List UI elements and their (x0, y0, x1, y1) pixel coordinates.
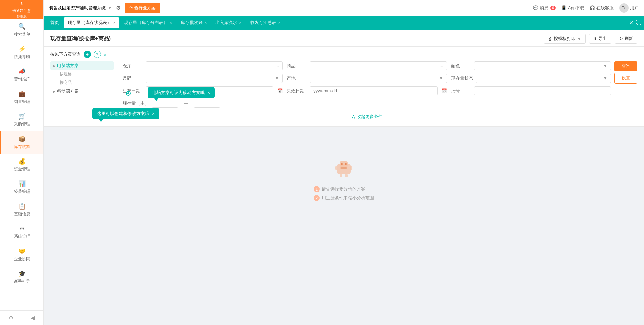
batch-input[interactable] (474, 86, 611, 95)
sidebar-item-purchase[interactable]: 🛒 采购管理 (0, 109, 43, 131)
purchase-icon: 🛒 (18, 113, 26, 120)
filter-row-2: 尺码 ▼ 产地 ▼ (123, 74, 611, 83)
refresh-btn[interactable]: ↻ 刷新 (615, 34, 637, 44)
system-title-text: 装备及固定资产辅助管理系统 (49, 5, 106, 11)
reset-btn[interactable]: 设置 (614, 73, 637, 84)
page-actions: 🖨 按模板打印 ▼ ⬆ 导出 ↻ 刷新 (544, 34, 637, 44)
edit-scheme-btn[interactable]: ✎ (94, 51, 101, 58)
stock-main-input-end[interactable] (194, 99, 220, 108)
sidebar-item-label: 资金管理 (14, 166, 30, 172)
warehouse-label: 仓库 (123, 63, 143, 69)
popover2-close[interactable]: × (152, 111, 155, 116)
tab-close-inout-flow[interactable]: × (239, 21, 241, 25)
calendar-icon-production[interactable]: 📅 (277, 88, 283, 93)
headset-icon: 🎧 (590, 5, 595, 10)
sidebar-item-system[interactable]: ⚙ 系统管理 (0, 221, 43, 243)
sidebar-item-quicknav[interactable]: ⚡ 快捷导航 (0, 41, 43, 64)
scheme-tree-item-pc[interactable]: ▶ 电脑端方案 (50, 61, 114, 70)
flash-icon: ⚡ (18, 45, 26, 53)
collapse-more-btn[interactable]: ⋀ 收起更多条件 (123, 111, 611, 122)
online-support-action[interactable]: 🎧 在线客服 (590, 5, 614, 11)
popover2-text: 这里可以创建和修改方案哦 (97, 111, 149, 117)
system-title-dropdown[interactable]: 装备及固定资产辅助管理系统 ▼ (49, 5, 112, 11)
color-select[interactable]: ▼ (474, 61, 611, 70)
experience-btn[interactable]: 体验行业方案 (125, 3, 160, 13)
sidebar-item-operations[interactable]: 📊 经营管理 (0, 176, 43, 199)
sidebar-item-guide[interactable]: 🎓 新手引导 (0, 266, 43, 288)
sidebar-item-finance[interactable]: 💰 资金管理 (0, 154, 43, 176)
fullscreen-icon[interactable]: ⛶ (636, 20, 641, 26)
svg-text:6: 6 (21, 2, 23, 6)
stock-status-label: 现存量状态 (451, 75, 473, 82)
settings-bottom-icon[interactable]: ⚙ (9, 315, 13, 321)
print-icon: 🖨 (548, 36, 552, 41)
tip-item-1: 1 请先选择要分析的方案 (314, 186, 374, 192)
sidebar-item-basic-info[interactable]: 📋 基础信息 (0, 199, 43, 221)
scheme-pc-label: 电脑端方案 (57, 63, 79, 69)
popover1-text: 电脑方案可设为移动方案哦 (152, 90, 205, 96)
scheme-tree-sub2[interactable]: 按商品 (57, 78, 114, 87)
enterprise-icon: 🤝 (18, 248, 26, 255)
filter-row-4: 现存量（主） — (123, 99, 367, 108)
filter-item-warehouse: 仓库 ... ··· (123, 61, 283, 70)
tab-close-stock-distribution[interactable]: × (170, 21, 172, 25)
scheme-tree-item-mobile[interactable]: ▶ 移动端方案 (50, 87, 114, 96)
sidebar-item-marketing[interactable]: 📣 营销推广 (0, 64, 43, 86)
stock-status-arrow: ▼ (603, 76, 607, 81)
warehouse-select[interactable]: ... ··· (146, 61, 283, 70)
warehouse-dots: ··· (275, 63, 279, 68)
filter-item-stock-main: 现存量（主） — (123, 99, 220, 108)
tab-stock-status[interactable]: 现存量（库存状况表） × (64, 17, 119, 28)
scheme-tree-sub1[interactable]: 按规格 (57, 70, 114, 78)
dropdown-arrow-icon: ▼ (108, 5, 112, 10)
stock-status-select[interactable]: ▼ (476, 74, 611, 83)
size-select[interactable]: ▼ (146, 74, 283, 83)
export-btn[interactable]: ⬆ 导出 (589, 34, 611, 44)
message-action[interactable]: 💬 消息 6 (533, 5, 556, 11)
sidebar-item-sales[interactable]: 💼 销售管理 (0, 86, 43, 109)
tab-inout-flow[interactable]: 出入库流水 × (211, 17, 245, 28)
phone-icon: 📱 (561, 5, 567, 10)
tip-num-1: 1 (314, 186, 320, 192)
user-action[interactable]: Ea 用户 (619, 3, 639, 13)
app-download-action[interactable]: 📱 App下载 (561, 5, 584, 11)
popover1-close[interactable]: × (207, 90, 210, 95)
tab-batch-account[interactable]: 库存批次账 × (177, 17, 211, 28)
empty-tips: 1 请先选择要分析的方案 2 用过滤条件来缩小分析范围 (314, 186, 374, 204)
tab-close-stock-status[interactable]: × (113, 21, 115, 25)
search-btn-group: 查询 设置 (614, 61, 637, 122)
origin-label: 产地 (287, 75, 307, 82)
popover-create-scheme: 这里可以创建和修改方案哦 × (92, 108, 159, 119)
message-icon: 💬 (533, 5, 538, 10)
tab-close-summary[interactable]: × (278, 21, 280, 25)
sidebar-item-search[interactable]: 🔍 搜索菜单 (0, 19, 43, 41)
prev-scheme-arrow[interactable]: « (104, 52, 106, 57)
search-btn[interactable]: 查询 (614, 61, 637, 71)
gear-settings-icon[interactable]: ⚙ (116, 5, 121, 11)
operations-icon: 📊 (18, 180, 26, 187)
sidebar-item-enterprise[interactable]: 🤝 企业协同 (0, 243, 43, 266)
collapse-sidebar-icon[interactable]: ◀ (31, 315, 35, 321)
template-print-btn[interactable]: 🖨 按模板打印 ▼ (544, 34, 586, 44)
sidebar-item-stock[interactable]: 📦 库存核算 (0, 131, 43, 154)
expiry-date-input[interactable] (310, 86, 437, 95)
filter-item-origin: 产地 ▼ (287, 74, 447, 83)
tab-summary[interactable]: 收发存汇总表 × (246, 17, 284, 28)
tab-stock-status-label: 现存量（库存状况表） (68, 20, 111, 26)
product-select[interactable]: ... ··· (310, 61, 447, 70)
tab-close-batch-account[interactable]: × (205, 21, 207, 25)
tabs-end-buttons: ✕ ⛶ (629, 20, 641, 26)
sidebar-item-label: 经营管理 (14, 189, 30, 195)
tab-stock-distribution[interactable]: 现存量（库存分布表） × (120, 17, 176, 28)
header-actions: 💬 消息 6 📱 App下载 🎧 在线客服 Ea 用户 (533, 3, 639, 13)
origin-select[interactable]: ▼ (310, 74, 447, 83)
sidebar-item-label: 快捷导航 (14, 54, 30, 60)
search-icon: 🔍 (18, 23, 26, 30)
close-all-tabs-icon[interactable]: ✕ (629, 20, 633, 26)
color-label: 颜色 (451, 63, 471, 69)
calendar-icon-expiry[interactable]: 📅 (442, 88, 447, 93)
tree-expand-icon: ▶ (53, 64, 56, 68)
add-scheme-btn[interactable]: + (84, 51, 91, 58)
tab-home[interactable]: 首页 (46, 17, 63, 28)
page-header-row: 现存量查询(按仓库+商品) 🖨 按模板打印 ▼ ⬆ 导出 ↻ 刷新 (50, 34, 637, 46)
